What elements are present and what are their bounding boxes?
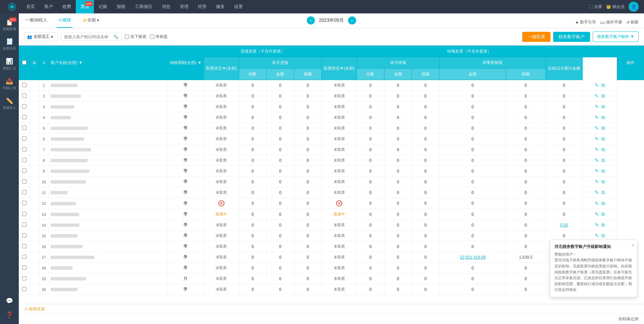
copy-btn[interactable]: ⧉ (601, 222, 605, 228)
guide-btn[interactable]: ★ 新手引导 (575, 19, 596, 25)
nav-tax[interactable]: 报税 (112, 0, 130, 13)
nav-operation[interactable]: 经营 (193, 0, 211, 13)
cell-status-in[interactable]: ✕ (204, 198, 239, 209)
cell-status-in[interactable]: 未取票 (204, 112, 239, 123)
cell-status-out[interactable]: 未取票 (322, 252, 357, 263)
edit-btn[interactable]: ✎ (595, 93, 599, 99)
cell-status-out[interactable]: 取票中 (322, 209, 357, 220)
row-checkbox[interactable] (22, 169, 26, 173)
edit-btn[interactable]: ✎ (595, 190, 599, 195)
cell-client-name[interactable] (49, 144, 168, 155)
row-checkbox[interactable] (22, 265, 26, 270)
cell-client-name[interactable] (49, 241, 168, 252)
row-checkbox[interactable] (22, 222, 26, 227)
row-checkbox[interactable] (22, 136, 26, 141)
row-checkbox[interactable] (22, 276, 26, 280)
cell-status-in[interactable]: 未取票 (204, 123, 239, 134)
checkbox-tax-disk-input[interactable] (150, 35, 154, 39)
cell-status-in[interactable]: 未取票 (204, 252, 239, 263)
copy-btn[interactable]: ⧉ (601, 157, 605, 163)
cell-status-out[interactable]: 未取票 (322, 80, 357, 91)
row-checkbox[interactable] (22, 147, 26, 151)
cell-client-name[interactable] (49, 220, 168, 231)
cell-status-out[interactable]: 未取票 (322, 123, 357, 134)
sidebar-item-scan-upload[interactable]: 📤 扫描上传 (1, 75, 18, 93)
employee-select[interactable]: 👥 全部员工 ▾ (24, 32, 58, 41)
row-checkbox[interactable] (22, 190, 26, 194)
cell-client-name[interactable] (49, 284, 168, 295)
nav-business[interactable]: 工商项目 (130, 0, 157, 13)
sidebar-item-ticket-summary[interactable]: 📊 票据汇总 (1, 55, 18, 73)
copy-btn[interactable]: ⧉ (601, 190, 605, 195)
cell-status-in[interactable]: 未取票 (204, 187, 239, 198)
vip-btn[interactable]: 👑 购会员 (606, 4, 625, 10)
edit-btn[interactable]: ✎ (595, 222, 599, 228)
cell-client-name[interactable] (49, 231, 168, 241)
nav-bookkeeping[interactable]: 记账 (94, 0, 112, 13)
cell-client-name[interactable] (49, 263, 168, 273)
status-text[interactable]: ⚠ 税务政策 (24, 306, 45, 312)
season-amount-value[interactable]: 12,621,319.99 (460, 255, 486, 260)
nav-manage[interactable]: 管理 (175, 0, 193, 13)
edit-btn[interactable]: ✎ (595, 82, 599, 88)
cell-status-in[interactable]: 未取票 (204, 241, 239, 252)
row-checkbox[interactable] (22, 255, 26, 259)
edit-btn[interactable]: ✎ (595, 125, 599, 131)
cell-status-out[interactable]: 未取票 (322, 144, 357, 155)
row-checkbox[interactable] (22, 201, 26, 205)
sidebar-item-smart-ticket[interactable]: 📋 智能取票 new (1, 16, 18, 34)
manual-btn[interactable]: 📖 操作手册 (600, 19, 622, 25)
copy-btn[interactable]: ⧉ (601, 179, 605, 184)
cell-client-name[interactable] (49, 187, 168, 198)
cell-status-in[interactable]: 未取票 (204, 80, 239, 91)
nav-ticket[interactable]: 票据 new (76, 0, 94, 13)
row-checkbox[interactable] (22, 158, 26, 162)
cell-client-name[interactable] (49, 123, 168, 134)
cell-status-in[interactable]: 取票中 (204, 209, 239, 220)
nav-service[interactable]: 服务 (211, 0, 229, 13)
copy-btn[interactable]: ⧉ (601, 201, 605, 206)
edit-btn[interactable]: ✎ (595, 115, 599, 120)
user-avatar[interactable]: 👤 (629, 2, 639, 12)
select-all-checkbox[interactable] (22, 60, 26, 65)
cell-status-in[interactable]: 未取票 (204, 155, 239, 166)
edit-btn[interactable]: ✎ (595, 136, 599, 141)
cell-status-out[interactable]: 未取票 (322, 273, 357, 284)
row-checkbox[interactable] (22, 93, 26, 98)
one-key-ticket-btn[interactable]: 一键取票 (522, 32, 550, 42)
cell-client-name[interactable] (49, 134, 168, 144)
cell-status-in[interactable]: 未取票 (204, 102, 239, 112)
sidebar-item-invoice-open[interactable]: 🧾 发票开具 (1, 35, 18, 54)
cell-status-in[interactable]: 未取票 (204, 273, 239, 284)
cell-status-out[interactable]: 未取票 (322, 284, 357, 295)
sidebar-item-support[interactable]: 💬 (1, 295, 18, 307)
nav-settings[interactable]: 设置 (229, 0, 248, 13)
row-checkbox[interactable] (22, 83, 26, 87)
row-checkbox[interactable] (22, 287, 26, 291)
copy-btn[interactable]: ⧉ (601, 104, 605, 109)
sidebar-item-help[interactable]: ❓ (1, 309, 18, 321)
cell-client-name[interactable] (49, 102, 168, 112)
cell-status-out[interactable]: 未取票 (322, 177, 357, 187)
cell-status-out[interactable]: 未取票 (322, 134, 357, 144)
date-prev-btn[interactable]: ‹ (307, 16, 315, 24)
cell-client-name[interactable] (49, 209, 168, 220)
refresh-btn[interactable]: ↺ 刷新 (626, 19, 639, 25)
copy-btn[interactable]: ⧉ (601, 147, 605, 152)
cell-status-out[interactable]: ✕ (322, 198, 357, 209)
tax-digital-btn[interactable]: 税务数字账户 (553, 32, 590, 42)
checkbox-sub-account-input[interactable] (125, 35, 129, 39)
cell-client-name[interactable] (49, 112, 168, 123)
cell-status-out[interactable]: 未取票 (322, 102, 357, 112)
edit-btn[interactable]: ✎ (595, 168, 599, 174)
cell-status-out[interactable]: 未取票 (322, 220, 357, 231)
copy-btn[interactable]: ⧉ (601, 125, 605, 131)
search-input[interactable] (64, 35, 112, 39)
sidebar-item-ticket-entry[interactable]: ✏️ 票据录入 (1, 94, 18, 113)
tab-all[interactable]: ⚡ 全能 ▾ (80, 13, 101, 28)
cell-status-in[interactable]: 未取票 (204, 263, 239, 273)
cell-status-out[interactable]: 未取票 (322, 241, 357, 252)
cell-client-name[interactable] (49, 273, 168, 284)
row-checkbox[interactable] (22, 179, 26, 184)
cell-client-name[interactable] (49, 91, 168, 102)
